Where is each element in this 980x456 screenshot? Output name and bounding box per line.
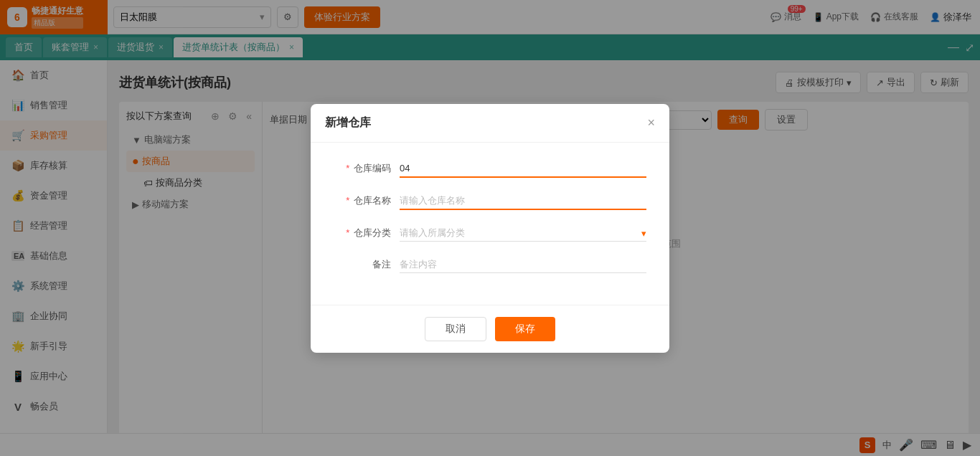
required-mark-category: * [346,227,349,238]
form-row-category: * 仓库分类 请输入所属分类 ▾ [334,224,646,242]
modal-overlay: 新增仓库 × * 仓库编码 * 仓库名称 [0,0,980,456]
save-button[interactable]: 保存 [495,317,555,341]
dialog-footer: 取消 保存 [311,305,669,353]
note-label: 备注 [334,258,391,271]
category-select-wrap: 请输入所属分类 ▾ [400,224,646,242]
dialog-body: * 仓库编码 * 仓库名称 * 仓库分类 [311,143,669,305]
name-input[interactable] [400,192,646,210]
dialog-close-button[interactable]: × [647,115,655,130]
name-label: * 仓库名称 [334,194,391,207]
code-input[interactable] [400,160,646,178]
cancel-button[interactable]: 取消 [425,317,486,341]
new-warehouse-dialog: 新增仓库 × * 仓库编码 * 仓库名称 [311,104,669,353]
code-label: * 仓库编码 [334,162,391,175]
dialog-header: 新增仓库 × [311,104,669,143]
category-select[interactable]: 请输入所属分类 [400,224,646,242]
note-input[interactable] [400,256,646,273]
dialog-title: 新增仓库 [325,115,371,130]
form-row-name: * 仓库名称 [334,192,646,210]
form-row-note: 备注 [334,256,646,273]
category-label: * 仓库分类 [334,227,391,239]
form-row-code: * 仓库编码 [334,160,646,178]
required-mark-name: * [346,195,349,206]
required-mark-code: * [346,163,349,174]
